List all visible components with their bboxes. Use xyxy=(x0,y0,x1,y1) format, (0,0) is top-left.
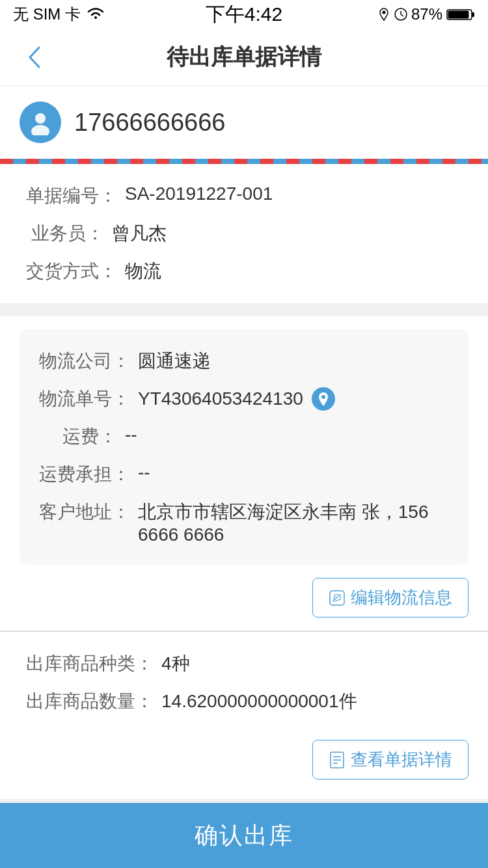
status-bar: 无 SIM 卡 下午4:42 87% xyxy=(0,0,488,29)
goods-qty-value: 14.620000000000001件 xyxy=(161,689,357,714)
sim-text: 无 SIM 卡 xyxy=(13,4,81,25)
document-number-row: 单据编号： SA-20191227-001 xyxy=(26,183,462,208)
logistics-company-label: 物流公司： xyxy=(39,349,130,373)
delivery-value: 物流 xyxy=(125,259,462,284)
logistics-freight-label: 运费： xyxy=(39,424,117,449)
status-left: 无 SIM 卡 xyxy=(13,4,105,25)
view-btn-label: 查看单据详情 xyxy=(351,748,452,771)
view-detail-button[interactable]: 查看单据详情 xyxy=(312,740,468,780)
logistics-freight-bear-label: 运费承担： xyxy=(39,462,130,487)
svg-rect-11 xyxy=(330,591,344,605)
battery-icon xyxy=(446,7,475,21)
edit-icon xyxy=(329,590,346,606)
delivery-label: 交货方式： xyxy=(26,259,117,284)
edit-btn-label: 编辑物流信息 xyxy=(351,586,452,609)
goods-type-value: 4种 xyxy=(161,651,190,676)
status-right: 87% xyxy=(377,5,475,23)
logistics-tracking-label: 物流单号： xyxy=(39,387,130,411)
logistics-freight-bear-row: 运费承担： -- xyxy=(39,462,449,487)
view-btn-wrap: 查看单据详情 xyxy=(0,727,488,799)
status-time: 下午4:42 xyxy=(206,1,282,28)
dashed-divider xyxy=(0,159,488,164)
svg-point-0 xyxy=(382,11,385,14)
logistics-address-row: 客户地址： 北京市市辖区海淀区永丰南 张，156 6666 6666 xyxy=(39,500,449,545)
avatar xyxy=(20,102,61,143)
salesperson-label: 业务员： xyxy=(26,221,104,246)
logistics-address-value: 北京市市辖区海淀区永丰南 张，156 6666 6666 xyxy=(138,500,449,545)
battery-percent: 87% xyxy=(411,5,442,23)
logistics-freight-value: -- xyxy=(125,424,449,445)
user-section: 17666666666 xyxy=(0,86,488,159)
delivery-row: 交货方式： 物流 xyxy=(26,259,462,284)
back-button[interactable] xyxy=(20,43,48,72)
clock-icon xyxy=(394,8,407,21)
svg-point-10 xyxy=(321,395,325,399)
svg-rect-6 xyxy=(448,11,469,19)
confirm-btn-label: 确认出库 xyxy=(195,820,293,852)
location-pin-icon[interactable] xyxy=(311,387,336,411)
location-icon xyxy=(377,7,390,21)
svg-rect-5 xyxy=(472,12,474,17)
goods-type-row: 出库商品种类： 4种 xyxy=(26,651,462,676)
edit-logistics-button[interactable]: 编辑物流信息 xyxy=(312,578,468,617)
logistics-company-row: 物流公司： 圆通速递 xyxy=(39,349,449,373)
goods-section: 出库商品种类： 4种 出库商品数量： 14.620000000000001件 xyxy=(0,632,488,727)
document-icon xyxy=(329,752,346,768)
logistics-freight-bear-value: -- xyxy=(138,462,449,483)
svg-point-7 xyxy=(35,113,46,124)
logistics-company-value: 圆通速递 xyxy=(138,349,449,373)
salesperson-row: 业务员： 曾凡杰 xyxy=(26,221,462,246)
svg-line-3 xyxy=(401,14,403,16)
document-number-label: 单据编号： xyxy=(26,183,117,208)
logistics-tracking-value: YT43064053424130 xyxy=(138,387,449,411)
confirm-button[interactable]: 确认出库 xyxy=(0,803,488,868)
goods-qty-row: 出库商品数量： 14.620000000000001件 xyxy=(26,689,462,714)
edit-btn-wrap: 编辑物流信息 xyxy=(0,565,488,631)
wifi-icon xyxy=(86,7,105,21)
logistics-tracking-row: 物流单号： YT43064053424130 xyxy=(39,387,449,411)
logistics-address-label: 客户地址： xyxy=(39,500,130,524)
goods-type-label: 出库商品种类： xyxy=(26,651,154,676)
main-content: 17666666666 单据编号： SA-20191227-001 业务员： 曾… xyxy=(0,86,488,868)
nav-bar: 待出库单据详情 xyxy=(0,29,488,86)
user-phone: 17666666666 xyxy=(74,109,225,137)
svg-point-8 xyxy=(31,125,49,135)
salesperson-value: 曾凡杰 xyxy=(112,221,462,246)
document-info: 单据编号： SA-20191227-001 业务员： 曾凡杰 交货方式： 物流 xyxy=(0,164,488,303)
document-number-value: SA-20191227-001 xyxy=(125,183,462,204)
goods-qty-label: 出库商品数量： xyxy=(26,689,154,714)
logistics-freight-row: 运费： -- xyxy=(39,424,449,449)
page-title: 待出库单据详情 xyxy=(167,42,321,72)
gap1 xyxy=(0,303,488,316)
logistics-card: 物流公司： 圆通速递 物流单号： YT43064053424130 xyxy=(20,329,468,565)
